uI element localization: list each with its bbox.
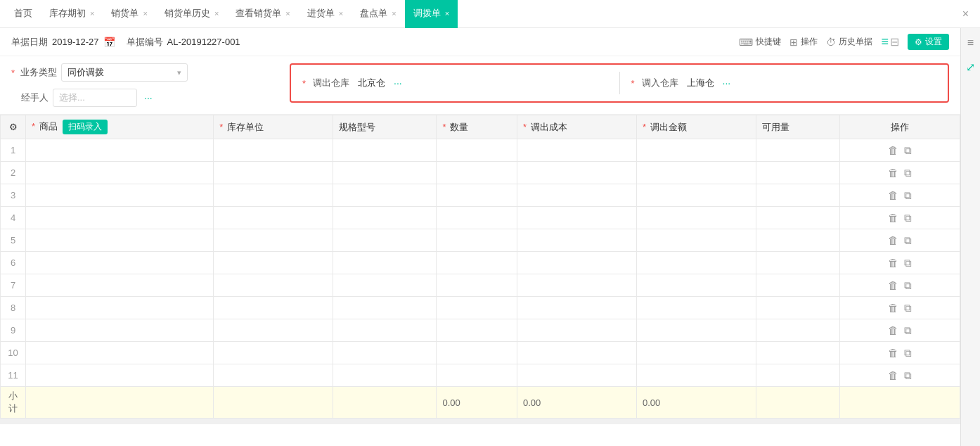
- unit-cell[interactable]: [214, 364, 333, 387]
- calendar-icon[interactable]: 📅: [103, 37, 115, 48]
- copy-icon[interactable]: ⧉: [904, 302, 912, 314]
- scan-button[interactable]: 扫码录入: [63, 120, 108, 134]
- product-cell[interactable]: [26, 342, 214, 364]
- amount-cell[interactable]: [636, 297, 756, 319]
- tab-close-transfer[interactable]: ×: [445, 9, 449, 18]
- unit-cell[interactable]: [214, 252, 333, 274]
- product-cell[interactable]: [26, 252, 214, 274]
- copy-icon[interactable]: ⧉: [904, 369, 912, 381]
- delete-icon[interactable]: 🗑: [888, 257, 898, 269]
- qty-cell[interactable]: [437, 297, 517, 319]
- tab-transfer[interactable]: 调拨单 ×: [405, 0, 458, 28]
- amount-cell[interactable]: [636, 207, 756, 229]
- business-type-select[interactable]: 同价调拨 ▾: [61, 63, 188, 82]
- copy-icon[interactable]: ⧉: [904, 347, 912, 359]
- product-cell[interactable]: [26, 139, 214, 162]
- spec-cell[interactable]: [333, 139, 437, 162]
- product-cell[interactable]: [26, 229, 214, 252]
- amount-cell[interactable]: [636, 274, 756, 297]
- qty-cell[interactable]: [437, 364, 517, 387]
- amount-cell[interactable]: [636, 229, 756, 252]
- tab-close-purchase[interactable]: ×: [339, 9, 343, 18]
- unit-cell[interactable]: [214, 139, 333, 162]
- delete-icon[interactable]: 🗑: [888, 279, 898, 291]
- delete-icon[interactable]: 🗑: [888, 234, 898, 246]
- product-cell[interactable]: [26, 319, 214, 342]
- copy-icon[interactable]: ⧉: [904, 279, 912, 291]
- qty-cell[interactable]: [437, 342, 517, 364]
- unit-cell[interactable]: [214, 342, 333, 364]
- delete-icon[interactable]: 🗑: [888, 302, 898, 314]
- tab-bar-close-button[interactable]: ×: [957, 8, 974, 20]
- amount-cell[interactable]: [636, 364, 756, 387]
- setting-button[interactable]: ⚙ 设置: [908, 34, 949, 50]
- copy-icon[interactable]: ⧉: [904, 144, 912, 156]
- copy-icon[interactable]: ⧉: [904, 234, 912, 246]
- cost-cell[interactable]: [517, 252, 636, 274]
- tab-close-inventory-init[interactable]: ×: [90, 9, 94, 18]
- tab-inventory-init[interactable]: 库存期初 ×: [41, 0, 103, 28]
- tab-close-stocktake[interactable]: ×: [392, 9, 396, 18]
- qty-cell[interactable]: [437, 252, 517, 274]
- cost-cell[interactable]: [517, 319, 636, 342]
- unit-cell[interactable]: [214, 162, 333, 184]
- amount-cell[interactable]: [636, 184, 756, 207]
- product-cell[interactable]: [26, 184, 214, 207]
- amount-cell[interactable]: [636, 319, 756, 342]
- delete-icon[interactable]: 🗑: [888, 144, 898, 156]
- unit-cell[interactable]: [214, 274, 333, 297]
- product-cell[interactable]: [26, 297, 214, 319]
- tab-home[interactable]: 首页: [6, 0, 41, 28]
- cost-cell[interactable]: [517, 229, 636, 252]
- tab-close-sales-history[interactable]: ×: [214, 9, 219, 18]
- unit-cell[interactable]: [214, 297, 333, 319]
- list-view-icon[interactable]: ≡: [881, 34, 889, 49]
- cost-cell[interactable]: [517, 207, 636, 229]
- amount-cell[interactable]: [636, 162, 756, 184]
- copy-icon[interactable]: ⧉: [904, 189, 912, 201]
- spec-cell[interactable]: [333, 274, 437, 297]
- copy-icon[interactable]: ⧉: [904, 257, 912, 269]
- tab-close-view-sales[interactable]: ×: [285, 9, 290, 18]
- tab-purchase[interactable]: 进货单 ×: [299, 0, 352, 28]
- tab-stocktake[interactable]: 盘点单 ×: [352, 0, 404, 28]
- unit-cell[interactable]: [214, 319, 333, 342]
- operations-button[interactable]: ⊞ 操作: [789, 36, 818, 48]
- delete-icon[interactable]: 🗑: [888, 212, 898, 224]
- cost-cell[interactable]: [517, 139, 636, 162]
- spec-cell[interactable]: [333, 184, 437, 207]
- target-warehouse-ellipsis[interactable]: ···: [723, 77, 731, 89]
- qty-cell[interactable]: [437, 207, 517, 229]
- delete-icon[interactable]: 🗑: [888, 167, 898, 179]
- handler-ellipsis-button[interactable]: ···: [144, 92, 153, 103]
- qty-cell[interactable]: [437, 162, 517, 184]
- th-settings[interactable]: ⚙: [1, 115, 26, 139]
- amount-cell[interactable]: [636, 139, 756, 162]
- source-warehouse-ellipsis[interactable]: ···: [394, 77, 402, 89]
- sidebar-external-icon[interactable]: ⤢: [963, 58, 978, 77]
- copy-icon[interactable]: ⧉: [904, 212, 912, 224]
- qty-cell[interactable]: [437, 184, 517, 207]
- copy-icon[interactable]: ⧉: [904, 167, 912, 179]
- tab-sales-order[interactable]: 销货单 ×: [103, 0, 155, 28]
- copy-icon[interactable]: ⧉: [904, 324, 912, 336]
- spec-cell[interactable]: [333, 319, 437, 342]
- scroll-bar[interactable]: [0, 419, 960, 424]
- spec-cell[interactable]: [333, 342, 437, 364]
- delete-icon[interactable]: 🗑: [888, 189, 898, 201]
- tab-view-sales[interactable]: 查看销货单 ×: [227, 0, 298, 28]
- cost-cell[interactable]: [517, 297, 636, 319]
- product-cell[interactable]: [26, 162, 214, 184]
- qty-cell[interactable]: [437, 139, 517, 162]
- cost-cell[interactable]: [517, 184, 636, 207]
- amount-cell[interactable]: [636, 252, 756, 274]
- product-cell[interactable]: [26, 364, 214, 387]
- qty-cell[interactable]: [437, 319, 517, 342]
- handler-select[interactable]: 选择...: [53, 89, 137, 107]
- shortcuts-button[interactable]: ⌨ 快捷键: [739, 36, 781, 48]
- delete-icon[interactable]: 🗑: [888, 324, 898, 336]
- grid-view-icon[interactable]: ⊟: [890, 35, 899, 49]
- sidebar-list-icon[interactable]: ≡: [965, 34, 976, 52]
- delete-icon[interactable]: 🗑: [888, 369, 898, 381]
- product-cell[interactable]: [26, 207, 214, 229]
